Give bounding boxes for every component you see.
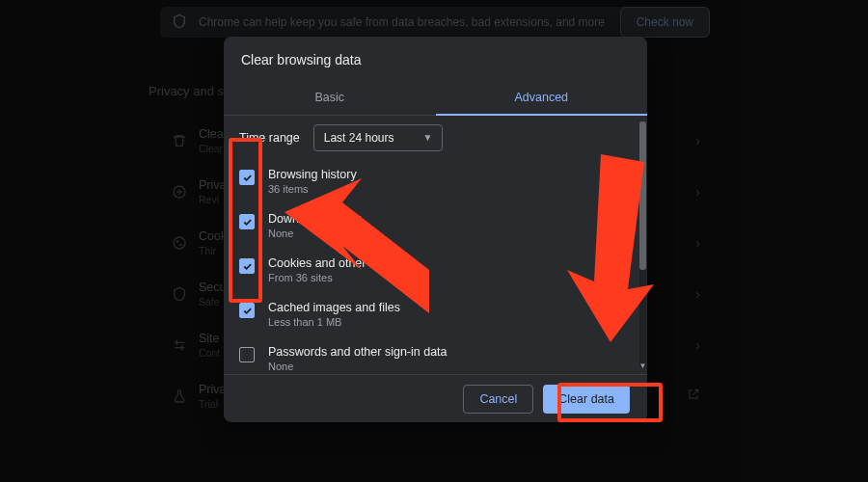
time-range-value: Last 24 hours (324, 131, 394, 145)
list-item[interactable]: Passwords and other sign-in dataNone (235, 336, 628, 374)
list-item[interactable]: Cached images and filesLess than 1 MB (235, 292, 628, 336)
clear-browsing-data-dialog: Clear browsing data Basic Advanced Time … (224, 37, 647, 422)
tab-basic[interactable]: Basic (224, 79, 436, 115)
time-range-row: Time range Last 24 hours ▼ (235, 116, 628, 159)
dialog-body: Time range Last 24 hours ▼ Browsing hist… (224, 116, 647, 374)
list-item[interactable]: Download historyNone (235, 203, 628, 248)
chevron-down-icon: ▼ (422, 132, 432, 143)
scrollbar-thumb[interactable] (639, 121, 646, 270)
clear-data-button[interactable]: Clear data (543, 385, 630, 414)
tabs: Basic Advanced (224, 79, 647, 116)
scrollbar[interactable]: ▼ (639, 121, 646, 368)
checkbox-cached-images[interactable] (239, 303, 255, 318)
list-item[interactable]: Browsing history36 items (235, 159, 628, 203)
dialog-title: Clear browsing data (224, 37, 647, 79)
checkbox-download-history[interactable] (239, 214, 255, 229)
tab-advanced[interactable]: Advanced (436, 79, 648, 115)
dialog-footer: Cancel Clear data (224, 374, 647, 422)
time-range-select[interactable]: Last 24 hours ▼ (313, 124, 444, 151)
checkbox-cookies[interactable] (239, 258, 255, 274)
checkbox-passwords[interactable] (239, 347, 255, 362)
scroll-down-icon[interactable]: ▼ (639, 361, 646, 370)
checkbox-browsing-history[interactable] (239, 170, 255, 185)
list-item[interactable]: Cookies and other site dataFrom 36 sites (235, 248, 628, 292)
cancel-button[interactable]: Cancel (463, 385, 533, 414)
time-range-label: Time range (239, 131, 300, 145)
